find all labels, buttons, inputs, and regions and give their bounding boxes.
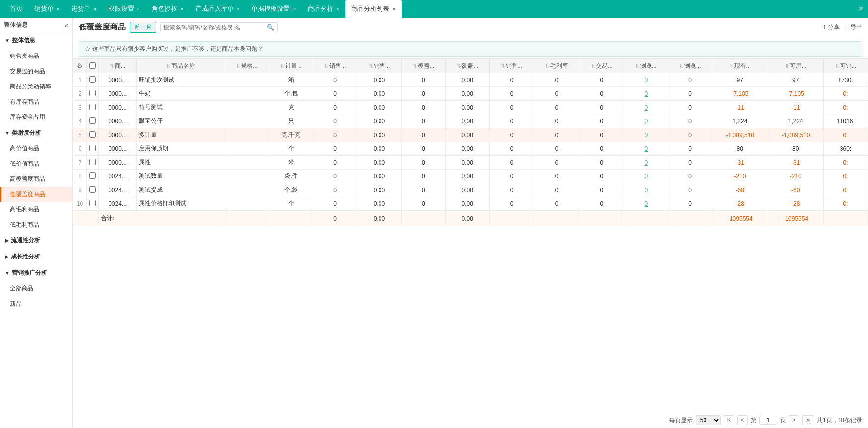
table-row: 3 0000... 符号测试 克 0 0.00 0 0.00 0 0 0 0 0… [73,101,868,114]
row-spec [225,183,269,197]
search-icon: 🔍 [267,24,274,31]
sidebar-section-label: 成长性分析 [11,253,40,261]
row-trade: 0 [580,170,624,183]
row-checkbox[interactable] [89,145,96,151]
nav-close-icon[interactable]: × [56,6,59,12]
row-checkbox[interactable] [89,104,96,110]
nav-close-icon[interactable]: × [293,6,296,12]
row-checkbox-cell[interactable] [87,73,99,87]
sidebar-section-label: 整体信息 [12,36,35,45]
row-checkbox[interactable] [89,172,96,179]
search-input[interactable] [163,24,267,31]
row-current: 1,224 [712,114,768,128]
sidebar-item-high-gross[interactable]: 高毛利商品 [0,202,72,217]
row-browse1[interactable]: 0 [624,142,668,156]
sidebar-section-growth[interactable]: ▶ 成长性分析 [0,249,72,265]
select-all-checkbox[interactable] [89,62,96,69]
row-checkbox[interactable] [89,90,96,96]
nav-permissions[interactable]: 权限设置 × [103,0,146,18]
nav-close-icon[interactable]: × [180,6,183,12]
sidebar-item-in-stock[interactable]: 有库存商品 [0,94,72,110]
first-page-button[interactable]: K [724,415,734,425]
sidebar-item-category-rate[interactable]: 商品分类动销率 [0,79,72,94]
col-gear[interactable]: ⚙ [73,59,87,73]
row-checkbox[interactable] [89,200,96,206]
nav-goods-analysis[interactable]: 商品分析 × [302,0,345,18]
row-checkbox[interactable] [89,131,96,138]
nav-close-icon[interactable]: × [137,6,140,12]
content-header: 低覆盖度商品 近一月 🔍 ⤴ 分享 ↓ 导出 [73,18,868,37]
row-browse1[interactable]: 0 [624,101,668,114]
time-filter-recent-month[interactable]: 近一月 [130,22,156,33]
nav-home[interactable]: 首页 [4,0,28,18]
row-current: -31 [712,156,768,170]
row-checkbox[interactable] [89,186,96,193]
nav-close-icon[interactable]: × [93,6,96,12]
sidebar-item-sales-goods[interactable]: 销售类商品 [0,49,72,64]
table-wrapper[interactable]: ⚙ ⇅商... ⇅商品名称 ⇅规格... ⇅计量... ⇅销售... ⇅销售..… [73,58,868,412]
row-browse1[interactable]: 0 [624,128,668,142]
row-checkbox[interactable] [89,76,96,83]
row-checkbox-cell[interactable] [87,87,99,101]
row-browse1[interactable]: 0 [624,183,668,197]
row-checkbox[interactable] [89,117,96,124]
last-page-button[interactable]: >| [802,415,814,425]
row-browse1[interactable]: 0 [624,73,668,87]
sidebar-item-new-goods[interactable]: 新品 [0,296,72,312]
per-page-select[interactable]: 50 100 200 [696,415,721,425]
sidebar-item-stock-funds[interactable]: 库存资金占用 [0,110,72,125]
sidebar-item-all-goods[interactable]: 全部商品 [0,281,72,296]
row-checkbox-cell[interactable] [87,114,99,128]
page-number-input[interactable] [760,416,777,425]
row-checkbox-cell[interactable] [87,101,99,114]
sidebar-item-high-value[interactable]: 高价值商品 [0,141,72,156]
share-button[interactable]: ⤴ 分享 [823,23,840,31]
row-name: 属性价格打印测试 [137,197,225,211]
export-button[interactable]: ↓ 导出 [845,23,862,31]
sidebar-item-low-coverage[interactable]: 低覆盖度商品 [0,187,72,202]
window-close-button[interactable]: × [859,4,863,13]
row-checkbox-cell[interactable] [87,156,99,170]
row-browse1[interactable]: 0 [624,197,668,211]
gear-icon[interactable]: ⚙ [77,62,83,70]
next-page-button[interactable]: > [789,415,799,425]
nav-close-icon[interactable]: × [237,6,240,12]
row-browse1[interactable]: 0 [624,170,668,183]
row-browse1[interactable]: 0 [624,114,668,128]
total-saleable [823,211,868,226]
sidebar-section-coverage[interactable]: ▼ 类射度分析 [0,125,72,141]
sidebar-item-traded-goods[interactable]: 交易过的商品 [0,64,72,79]
nav-goods-analysis-list[interactable]: 商品分析列表 × [345,0,401,18]
sidebar-item-low-value[interactable]: 低价值商品 [0,156,72,171]
sidebar-section-overall[interactable]: ▼ 整体信息 [0,32,72,49]
prev-page-button[interactable]: < [737,415,748,425]
table-row: 6 0000... 启用保质期 个 0 0.00 0 0.00 0 0 0 0 … [73,142,868,156]
row-checkbox[interactable] [89,159,96,165]
nav-purchase-order[interactable]: 进货单 × [65,0,102,18]
row-browse2: 0 [668,156,712,170]
nav-template-setting[interactable]: 单据模板设置 × [245,0,301,18]
sidebar-section-flow[interactable]: ▶ 流通性分析 [0,232,72,249]
row-sales2: 0.00 [357,156,402,170]
nav-close-icon[interactable]: × [336,6,339,12]
row-checkbox-cell[interactable] [87,142,99,156]
row-num: 10 [73,197,87,211]
row-browse2: 0 [668,142,712,156]
row-checkbox-cell[interactable] [87,197,99,211]
sidebar-item-low-gross[interactable]: 低毛利商品 [0,217,72,232]
nav-sales-order[interactable]: 销货单 × [28,0,65,18]
row-checkbox-cell[interactable] [87,128,99,142]
sidebar-collapse-button[interactable]: « [64,21,68,29]
row-browse1[interactable]: 0 [624,156,668,170]
sidebar-section-marketing[interactable]: ▼ 营销推广分析 [0,265,72,281]
nav-product-warehouse[interactable]: 产成品入库单 × [190,0,245,18]
row-browse1[interactable]: 0 [624,87,668,101]
row-checkbox-cell[interactable] [87,170,99,183]
nav-role-auth[interactable]: 角色授权 × [146,0,189,18]
sidebar-section-label: 流通性分析 [11,236,40,245]
nav-close-icon[interactable]: × [392,6,395,12]
pagination-bar: 每页显示 50 100 200 K < 第 页 > >| 共1页，10条记录 [73,412,868,428]
sidebar-item-high-coverage[interactable]: 高覆盖度商品 [0,171,72,187]
row-checkbox-cell[interactable] [87,183,99,197]
total-sales1: 0 [313,211,357,226]
